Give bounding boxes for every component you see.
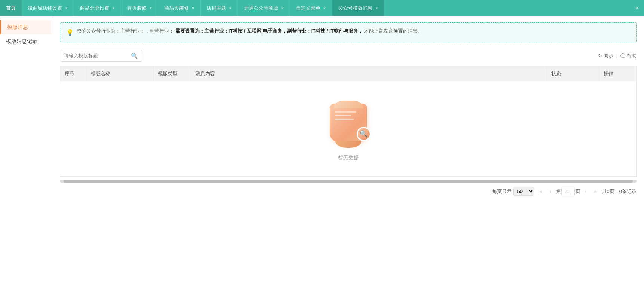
page-size-dropdown[interactable]: 10 20 50 100 <box>513 187 534 196</box>
homepage-label: 首页装修 <box>127 5 147 12</box>
category-label: 商品分类设置 <box>80 5 109 12</box>
sync-icon: ↻ <box>598 53 602 58</box>
close-homepage-icon[interactable]: × <box>150 6 152 11</box>
menu-label: 自定义菜单 <box>296 5 320 12</box>
page-input <box>561 187 575 196</box>
last-page-button[interactable]: » <box>591 187 600 196</box>
close-all-icon: × <box>635 5 639 12</box>
sync-button[interactable]: ↻ 同步 <box>598 52 613 59</box>
empty-text: 暂无数据 <box>338 155 359 161</box>
toolbar-divider: | <box>616 53 617 58</box>
sidebar-item-template-msg-label: 模版消息 <box>7 24 28 30</box>
search-icon[interactable]: 🔍 <box>131 52 138 59</box>
toolbar-right: ↻ 同步 | ⓘ 帮助 <box>598 52 637 59</box>
help-button[interactable]: ⓘ 帮助 <box>620 52 637 59</box>
close-category-icon[interactable]: × <box>112 6 115 11</box>
mall-label: 开通公众号商城 <box>244 5 278 12</box>
page-nav: « ‹ 第 页 › » <box>536 187 600 196</box>
top-nav: 首页 微商城店铺设置 × 商品分类设置 × 首页装修 × 商品页装修 × 店铺主… <box>0 0 644 16</box>
prev-page-button[interactable]: ‹ <box>546 187 555 196</box>
bulb-icon: 💡 <box>66 28 74 37</box>
nav-tab-home[interactable]: 首页 <box>0 0 22 16</box>
col-header-seq: 序号 <box>60 66 86 81</box>
main-layout: 模版消息 模版消息记录 💡 您的公众号行业为：主营行业：，副营行业： 需要设置为… <box>0 16 644 287</box>
nav-tab-product[interactable]: 商品页装修 × <box>158 0 201 16</box>
scroll-lines <box>335 111 362 122</box>
col-header-status: 状态 <box>547 66 599 81</box>
page-label: 第 <box>556 188 561 195</box>
nav-tab-template[interactable]: 公众号模版消息 × <box>332 0 384 16</box>
info-highlight: 需要设置为：主营行业：IT科技 / 互联网|电子商务，副营行业：IT科技 / I… <box>175 28 363 34</box>
data-table: 序号 模版名称 模版类型 消息内容 状态 操作 <box>60 66 637 177</box>
nav-tab-category[interactable]: 商品分类设置 × <box>74 0 121 16</box>
scroll-line-3 <box>335 119 354 120</box>
next-page-button[interactable]: › <box>581 187 590 196</box>
search-input[interactable] <box>64 53 131 58</box>
help-label: 帮助 <box>627 52 637 59</box>
info-banner-text: 您的公众号行业为：主营行业：，副营行业： 需要设置为：主营行业：IT科技 / 互… <box>77 27 422 35</box>
content-area: 💡 您的公众号行业为：主营行业：，副营行业： 需要设置为：主营行业：IT科技 /… <box>52 16 644 287</box>
sidebar-item-template-record-label: 模版消息记录 <box>6 38 37 44</box>
col-header-name: 模版名称 <box>86 66 154 81</box>
total-info: 共0页，0条记录 <box>602 188 637 195</box>
nav-tab-theme[interactable]: 店铺主题 × <box>201 0 238 16</box>
table-body: 🔍 暂无数据 <box>60 81 637 176</box>
info-prefix: 您的公众号行业为：主营行业：，副营行业： <box>77 28 174 34</box>
close-mall-icon[interactable]: × <box>281 6 284 11</box>
close-all-button[interactable]: × <box>630 0 644 16</box>
scrollbar-thumb[interactable] <box>64 180 633 183</box>
table-scrollbar[interactable] <box>60 180 637 183</box>
weshop-label: 微商城店铺设置 <box>28 5 62 12</box>
close-product-icon[interactable]: × <box>192 6 194 11</box>
info-suffix: 才能正常发送预置的消息。 <box>364 28 422 34</box>
template-label: 公众号模版消息 <box>338 5 372 12</box>
close-menu-icon[interactable]: × <box>323 6 326 11</box>
help-icon: ⓘ <box>620 52 625 59</box>
pagination: 每页显示 10 20 50 100 « ‹ 第 页 › » 共0页，0条记录 <box>60 187 637 196</box>
magnify-icon: 🔍 <box>360 130 368 138</box>
sidebar-item-template-record[interactable]: 模版消息记录 <box>0 34 52 49</box>
sidebar: 模版消息 模版消息记录 <box>0 16 52 287</box>
col-header-content: 消息内容 <box>191 66 547 81</box>
first-page-button[interactable]: « <box>536 187 545 196</box>
table-header: 序号 模版名称 模版类型 消息内容 状态 操作 <box>60 66 637 81</box>
search-box[interactable]: 🔍 <box>60 50 142 62</box>
scroll-line-2 <box>335 115 351 116</box>
close-theme-icon[interactable]: × <box>229 6 232 11</box>
search-circle-icon: 🔍 <box>357 127 371 141</box>
close-weshop-icon[interactable]: × <box>65 6 68 11</box>
scroll-line-1 <box>335 111 357 113</box>
empty-state: 🔍 暂无数据 <box>60 81 636 176</box>
sync-label: 同步 <box>604 52 613 59</box>
close-template-icon[interactable]: × <box>375 6 378 11</box>
sidebar-item-template-msg[interactable]: 模版消息 <box>0 20 52 34</box>
nav-tab-mall[interactable]: 开通公众号商城 × <box>238 0 290 16</box>
page-unit: 页 <box>576 188 580 195</box>
col-header-type: 模版类型 <box>154 66 191 81</box>
theme-label: 店铺主题 <box>207 5 226 12</box>
scroll-document-icon: 🔍 <box>330 104 367 145</box>
nav-tab-homepage[interactable]: 首页装修 × <box>121 0 158 16</box>
col-header-action: 操作 <box>599 66 637 81</box>
page-size-select: 每页显示 10 20 50 100 <box>492 187 534 196</box>
info-banner: 💡 您的公众号行业为：主营行业：，副营行业： 需要设置为：主营行业：IT科技 /… <box>60 22 637 42</box>
home-label: 首页 <box>6 5 16 12</box>
nav-tab-menu[interactable]: 自定义菜单 × <box>290 0 332 16</box>
product-label: 商品页装修 <box>164 5 189 12</box>
page-size-label: 每页显示 <box>492 188 512 195</box>
page-number-input[interactable] <box>561 187 575 196</box>
empty-icon: 🔍 <box>326 104 371 149</box>
nav-tab-weshop[interactable]: 微商城店铺设置 × <box>22 0 74 16</box>
search-row: 🔍 ↻ 同步 | ⓘ 帮助 <box>60 50 637 62</box>
